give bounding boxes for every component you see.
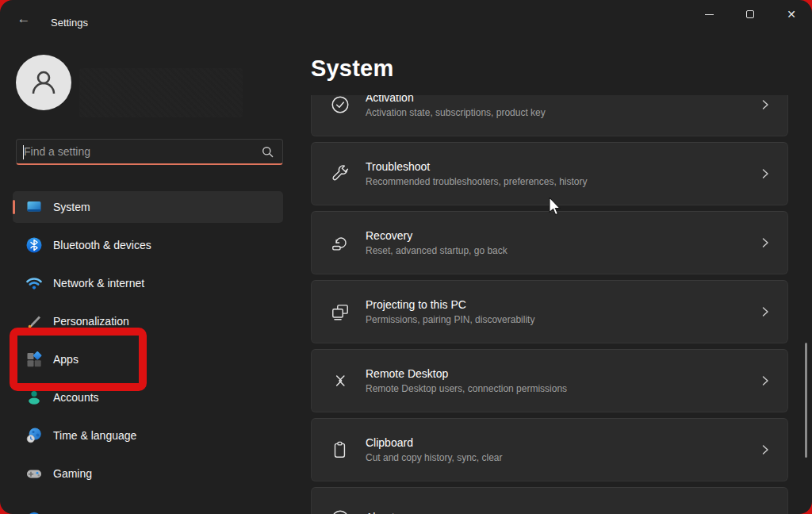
titlebar: ← Settings ✕ [0,0,812,32]
avatar[interactable] [16,55,71,110]
sidebar-item-system[interactable]: System [13,191,283,223]
clipboard-icon [330,439,350,460]
accessibility-icon [25,503,43,514]
card-subtitle: Remote Desktop users, connection permiss… [366,383,567,394]
scrollbar[interactable] [805,343,807,458]
card-troubleshoot[interactable]: Troubleshoot Recommended troubleshooters… [311,142,788,205]
card-subtitle: Cut and copy history, sync, clear [366,452,503,463]
sidebar-item-label: Accounts [53,391,99,404]
close-button[interactable]: ✕ [771,0,812,29]
globe-clock-icon [25,427,43,444]
back-button[interactable]: ← [13,11,35,27]
card-about[interactable]: About [311,487,788,514]
card-subtitle: Recommended troubleshooters, preferences… [366,176,587,187]
wrench-icon [330,163,350,184]
wifi-icon [25,274,43,292]
search-box[interactable] [16,139,283,165]
page-title: System [311,56,393,82]
sidebar-item-label: Apps [53,353,79,366]
close-icon: ✕ [787,9,796,20]
card-activation[interactable]: Activation Activation state, subscriptio… [311,95,788,136]
paintbrush-icon [25,313,43,330]
sidebar-item-label: Time & language [53,429,136,442]
card-remote-desktop[interactable]: Remote Desktop Remote Desktop users, con… [311,349,788,412]
card-clipboard[interactable]: Clipboard Cut and copy history, sync, cl… [311,418,788,481]
sidebar-item-bluetooth[interactable]: Bluetooth & devices [13,229,283,261]
sidebar-item-gaming[interactable]: Gaming [13,458,283,489]
minimize-icon [705,14,714,15]
projecting-screens-icon [330,301,350,322]
recovery-restore-icon [330,232,350,253]
card-subtitle: Reset, advanced startup, go back [366,245,508,256]
minimize-button[interactable] [688,0,730,29]
card-recovery[interactable]: Recovery Reset, advanced startup, go bac… [311,211,788,274]
sidebar-item-label: Network & internet [53,277,144,290]
card-projecting[interactable]: Projecting to this PC Permissions, pairi… [311,280,788,343]
maximize-icon [746,10,754,18]
sidebar-item-accounts[interactable]: Accounts [13,382,283,413]
card-title: Troubleshoot [366,160,587,173]
settings-card-list: Activation Activation state, subscriptio… [311,95,788,514]
apps-icon [25,351,43,368]
card-title: About [366,511,395,514]
search-icon[interactable] [262,146,274,158]
maximize-button[interactable] [730,0,771,29]
selected-accent-pill [13,200,15,214]
sidebar-item-label: Bluetooth & devices [53,239,151,251]
text-caret [23,145,24,159]
system-icon [25,198,43,216]
card-title: Remote Desktop [366,367,567,380]
activation-check-icon [330,95,350,115]
chevron-right-icon [760,99,770,110]
remote-desktop-icon [330,370,350,391]
card-title: Activation [366,95,546,104]
chevron-right-icon [760,168,770,179]
chevron-right-icon [760,306,770,317]
sidebar-item-network[interactable]: Network & internet [13,267,283,299]
card-title: Clipboard [366,436,503,449]
accounts-person-icon [25,389,43,406]
card-title: Projecting to this PC [366,298,534,311]
card-subtitle: Permissions, pairing PIN, discoverabilit… [366,314,534,325]
person-icon [28,67,59,98]
search-input[interactable] [17,145,262,158]
sidebar-item-apps[interactable]: Apps [13,343,283,375]
chevron-right-icon [760,444,770,455]
sidebar-item-label: Personalization [53,315,129,328]
sidebar-item-time-language[interactable]: Time & language [13,420,283,451]
sidebar-item-label: System [53,201,90,213]
bluetooth-icon [25,236,43,254]
info-circle-icon [330,508,350,514]
sidebar-item-label: Gaming [53,467,92,480]
sidebar-item-accessibility[interactable] [13,496,283,514]
chevron-right-icon [760,375,770,386]
chevron-right-icon [760,237,770,248]
blurred-username [79,68,243,117]
window-title: Settings [51,17,88,29]
card-subtitle: Activation state, subscriptions, product… [366,107,546,118]
back-arrow-icon: ← [17,11,31,26]
sidebar-item-personalization[interactable]: Personalization [13,305,283,337]
card-title: Recovery [366,229,508,242]
gamepad-icon [25,465,43,482]
